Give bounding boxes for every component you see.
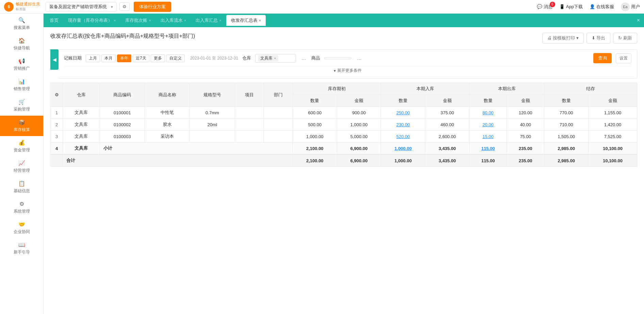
message-item[interactable]: 💬 消息 6 bbox=[537, 4, 552, 10]
warehouse-more[interactable]: ... bbox=[300, 55, 307, 61]
sidebar-item-quick-nav[interactable]: 🏠 快捷导航 bbox=[0, 34, 43, 54]
home-icon: 🏠 bbox=[18, 37, 25, 44]
filter-section: 记账日期 上月 本月 本年 近7天 更多 自定义 2023-01-01 至 20… bbox=[59, 49, 637, 79]
date-btn-7days[interactable]: 近7天 bbox=[133, 54, 149, 62]
tab-inventory-dist[interactable]: 现存量（库存分布表） × bbox=[63, 15, 120, 26]
online-service-item[interactable]: 👤 在线客服 bbox=[590, 4, 614, 10]
sidebar-item-guide[interactable]: 📖 新手引导 bbox=[0, 238, 43, 259]
row-name: 采访本 bbox=[145, 131, 190, 143]
th-balance-amt: 金额 bbox=[588, 95, 637, 107]
system-icon: ⚙ bbox=[19, 201, 24, 207]
tab-close-batch[interactable]: × bbox=[149, 18, 151, 22]
tab-close-inout-flow[interactable]: × bbox=[184, 18, 186, 22]
row-balance-qty: 770.00 bbox=[544, 107, 589, 119]
tab-close-inout-summary[interactable]: × bbox=[219, 18, 221, 22]
refresh-button[interactable]: ↻ 刷新 bbox=[613, 33, 637, 44]
sidebar-item-finance[interactable]: 💰 资金管理 bbox=[0, 136, 43, 156]
query-button[interactable]: 查询 bbox=[593, 53, 612, 63]
subtotal-opening-qty: 2,100.00 bbox=[293, 143, 337, 155]
row-opening-amt: 900.00 bbox=[337, 107, 381, 119]
row-opening-qty: 1,000.00 bbox=[293, 131, 337, 143]
row-in-amt: 460.00 bbox=[425, 119, 469, 131]
tab-close-inventory-dist[interactable]: × bbox=[114, 18, 116, 22]
warehouse-input[interactable]: 文具库 × bbox=[255, 54, 296, 63]
app-wrapper: 6 畅捷通好生意 标准版 装备及固定资产辅助管理系统 ▼ ⚙ 体验行业方案 💬 … bbox=[0, 0, 644, 314]
print-icon: 🖨 bbox=[547, 35, 552, 40]
subtotal-out-qty[interactable]: 115.00 bbox=[469, 143, 507, 155]
tab-recv-send-summary[interactable]: 收发存汇总表 × bbox=[226, 15, 266, 26]
tab-bar: 首页 现存量（库存分布表） × 库存批次账 × 出入库流水 × 出入库汇总 × bbox=[44, 14, 644, 27]
basic-info-icon: 📋 bbox=[18, 180, 25, 187]
sidebar-item-cooperation[interactable]: 🤝 企业协同 bbox=[0, 218, 43, 238]
sidebar-item-basic-info[interactable]: 📋 基础信息 bbox=[0, 177, 43, 197]
row-in-qty[interactable]: 250.00 bbox=[381, 107, 425, 119]
tab-inout-summary[interactable]: 出入库汇总 × bbox=[191, 15, 226, 26]
row-department bbox=[264, 119, 293, 131]
subtotal-balance-amt: 10,100.00 bbox=[588, 143, 637, 155]
row-in-qty[interactable]: 520.00 bbox=[381, 131, 425, 143]
warehouse-tag-close[interactable]: × bbox=[274, 56, 276, 60]
tab-close-recv-send-summary[interactable]: × bbox=[259, 18, 261, 22]
row-out-amt: 120.00 bbox=[507, 107, 544, 119]
footer-total-row: 合计 2,100.00 6,900.00 1,000.00 3,435.00 1… bbox=[51, 154, 637, 167]
operations-icon: 📈 bbox=[18, 160, 25, 166]
table-settings-header[interactable]: ⚙ bbox=[51, 83, 63, 107]
settings-button[interactable]: 设置 bbox=[616, 53, 631, 63]
tab-batch[interactable]: 库存批次账 × bbox=[120, 15, 155, 26]
date-btn-last-month[interactable]: 上月 bbox=[86, 54, 100, 62]
row-balance-amt: 7,525.00 bbox=[588, 131, 637, 143]
print-button[interactable]: 🖨 按模板打印 ▾ bbox=[542, 33, 584, 44]
row-warehouse: 文具库 bbox=[63, 107, 100, 119]
sidebar-item-system[interactable]: ⚙ 系统管理 bbox=[0, 197, 43, 218]
gear-button[interactable]: ⚙ bbox=[119, 2, 130, 11]
sidebar-item-search[interactable]: 🔍 搜索菜单 bbox=[0, 14, 43, 34]
logo-text-area: 畅捷通好生意 标准版 bbox=[16, 2, 40, 12]
collapse-button[interactable]: ◀ bbox=[50, 49, 59, 70]
user-item[interactable]: Ea 用户 bbox=[621, 2, 640, 11]
main-body: 🔍 搜索菜单 🏠 快捷导航 📢 营销推广 📊 销售管理 🛒 采购管理 📦 bbox=[0, 14, 644, 314]
date-btn-this-year[interactable]: 本年 bbox=[117, 54, 131, 62]
sidebar-item-sales[interactable]: 📊 销售管理 bbox=[0, 75, 43, 95]
app-download-item[interactable]: 📱 App下载 bbox=[559, 4, 583, 10]
row-project bbox=[235, 107, 264, 119]
footer-balance-qty: 2,985.00 bbox=[544, 154, 589, 167]
row-opening-qty: 500.00 bbox=[293, 119, 337, 131]
row-out-qty[interactable]: 20.00 bbox=[469, 119, 507, 131]
goods-more[interactable]: ... bbox=[356, 55, 363, 61]
export-button[interactable]: ⬇ 导出 bbox=[587, 33, 611, 44]
sidebar-item-purchase[interactable]: 🛒 采购管理 bbox=[0, 95, 43, 116]
row-code: 0100001 bbox=[100, 107, 145, 119]
row-in-amt: 375.00 bbox=[425, 107, 469, 119]
user-avatar: Ea bbox=[621, 2, 630, 11]
warehouse-tag: 文具库 × bbox=[258, 55, 278, 62]
goods-input[interactable] bbox=[324, 57, 351, 59]
row-project bbox=[235, 131, 264, 143]
expand-conditions[interactable]: ▾ 展开更多条件 bbox=[64, 66, 631, 75]
tab-bar-close[interactable]: × bbox=[634, 17, 643, 23]
filter-container: ◀ 记账日期 上月 本月 本年 近7天 更多 自定义 bbox=[50, 49, 637, 79]
subtotal-in-qty[interactable]: 1,000.00 bbox=[381, 143, 425, 155]
page-content: 收发存汇总表(按仓库+商品编码+商品+规格型号+项目+部门) 🖨 按模板打印 ▾… bbox=[44, 27, 644, 314]
date-btn-custom[interactable]: 自定义 bbox=[166, 54, 185, 62]
footer-in-amt: 3,435.00 bbox=[425, 154, 469, 167]
row-opening-amt: 5,000.00 bbox=[337, 131, 381, 143]
row-out-qty[interactable]: 80.00 bbox=[469, 107, 507, 119]
row-in-qty[interactable]: 230.00 bbox=[381, 119, 425, 131]
system-title[interactable]: 装备及固定资产辅助管理系统 ▼ bbox=[46, 2, 117, 12]
th-department: 部门 bbox=[264, 83, 293, 107]
footer-in-qty: 1,000.00 bbox=[381, 154, 425, 167]
sidebar-item-operations[interactable]: 📈 经营管理 bbox=[0, 156, 43, 177]
tab-home[interactable]: 首页 bbox=[45, 15, 63, 26]
row-department bbox=[264, 131, 293, 143]
experience-button[interactable]: 体验行业方案 bbox=[134, 2, 171, 12]
row-name: 中性笔 bbox=[145, 107, 190, 119]
tab-inout-flow[interactable]: 出入库流水 × bbox=[156, 15, 191, 26]
row-project bbox=[235, 119, 264, 131]
th-out-amt: 金额 bbox=[507, 95, 544, 107]
th-opening-amt: 金额 bbox=[337, 95, 381, 107]
date-btn-this-month[interactable]: 本月 bbox=[101, 54, 116, 62]
date-btn-more[interactable]: 更多 bbox=[151, 54, 165, 62]
row-out-qty[interactable]: 15.00 bbox=[469, 131, 507, 143]
sidebar-item-marketing[interactable]: 📢 营销推广 bbox=[0, 54, 43, 75]
sidebar-item-inventory[interactable]: 📦 库存核算 bbox=[0, 116, 43, 136]
